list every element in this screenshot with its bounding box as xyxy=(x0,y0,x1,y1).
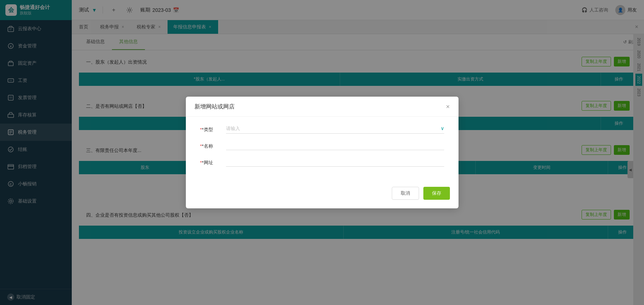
form-item-type: **类型 ∨ xyxy=(200,125,444,134)
url-label: **网址 xyxy=(200,160,222,166)
modal-overlay[interactable]: 新增网站或网店 × **类型 ∨ **名称 xyxy=(0,0,644,305)
url-input[interactable] xyxy=(226,159,444,164)
url-input-wrap xyxy=(226,159,444,167)
save-button[interactable]: 保存 xyxy=(423,187,450,200)
cancel-button[interactable]: 取消 xyxy=(392,187,419,200)
name-input[interactable] xyxy=(226,142,444,148)
modal-close-button[interactable]: × xyxy=(446,103,450,111)
type-label: **类型 xyxy=(200,126,222,133)
type-input-wrap: ∨ xyxy=(226,125,444,134)
modal-footer: 取消 保存 xyxy=(186,181,459,208)
form-item-url: **网址 xyxy=(200,159,444,167)
modal-header: 新增网站或网店 × xyxy=(186,97,459,117)
name-input-wrap xyxy=(226,142,444,150)
modal-title: 新增网站或网店 xyxy=(194,103,235,111)
type-dropdown-icon[interactable]: ∨ xyxy=(441,125,444,131)
name-label: **名称 xyxy=(200,143,222,149)
form-item-name: **名称 xyxy=(200,142,444,150)
modal-body: **类型 ∨ **名称 **网址 xyxy=(186,117,459,181)
modal-add-website: 新增网站或网店 × **类型 ∨ **名称 xyxy=(186,97,459,208)
type-input[interactable] xyxy=(226,126,441,131)
